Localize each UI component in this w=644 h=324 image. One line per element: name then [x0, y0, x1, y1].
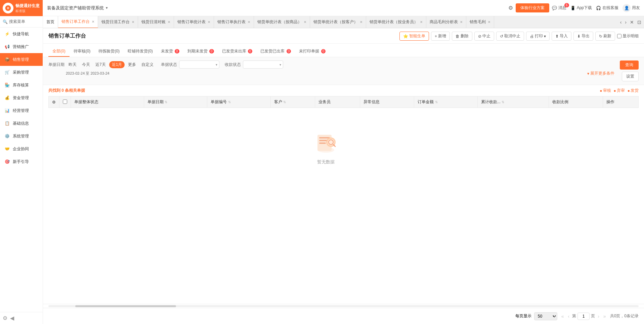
tab-prev-btn[interactable]: ‹	[619, 19, 623, 26]
tab-close-icon[interactable]: ✕	[208, 20, 210, 24]
filter-settings-btn[interactable]: 设置	[622, 72, 639, 81]
tab-sales-workbench[interactable]: 销售订单工作台 ✕	[58, 16, 98, 28]
experience-btn[interactable]: 体验行业方案	[516, 3, 549, 12]
sub-tab-not-printed[interactable]: 未打印单据 0	[295, 46, 330, 57]
th-staff: 业务员	[315, 96, 360, 108]
page-prev-btn[interactable]: ‹	[567, 313, 571, 320]
cancel-stop-btn[interactable]: ↺ 取消中止	[496, 32, 524, 41]
sidebar-item-marketing[interactable]: 📢 营销推广	[0, 40, 43, 53]
page-last-btn[interactable]: »	[602, 313, 607, 320]
query-btn[interactable]: 查询	[620, 60, 639, 70]
page-next-btn[interactable]: ›	[596, 313, 601, 320]
tab-close-icon[interactable]: ✕	[460, 20, 463, 24]
sidebar-search[interactable]: 🔍 搜索菜单	[0, 16, 43, 28]
tab-close-icon[interactable]: ✕	[248, 20, 250, 24]
ship-btn[interactable]: ● 发货	[628, 88, 639, 93]
tab-close-icon[interactable]: ✕	[92, 20, 94, 24]
sort-date-icon[interactable]: ⇅	[165, 100, 167, 104]
hscroll[interactable]	[43, 304, 644, 308]
tab-close-icon[interactable]: ✕	[420, 20, 423, 24]
date-btn-today[interactable]: 今天	[80, 61, 92, 68]
tab-gross-profit[interactable]: 商品毛利分析表 ✕	[426, 16, 466, 28]
tab-sales-exec[interactable]: 销售订单执行表 ✕	[214, 16, 254, 28]
delete-btn[interactable]: 🗑 删除	[452, 32, 472, 41]
sort-number-icon[interactable]: ⇅	[228, 100, 231, 104]
tab-close-icon[interactable]: ✕	[360, 20, 362, 24]
tab-cash-daily[interactable]: 钱货日清工作台 ✕	[98, 16, 138, 28]
date-btn-7days[interactable]: 近7天	[93, 61, 108, 68]
sidebar-item-guide[interactable]: 🎯 新手引导	[0, 155, 43, 168]
date-btn-yesterday[interactable]: 昨天	[67, 61, 79, 68]
export-btn[interactable]: ⬇ 导出	[573, 32, 593, 41]
sub-tab-overdue-not-shipped[interactable]: 到期未发货 0	[183, 46, 218, 57]
payment-select[interactable]	[243, 60, 283, 69]
sidebar-item-basic-info[interactable]: 📋 基础信息	[0, 117, 43, 130]
stop-btn[interactable]: ⊘ 中止	[474, 32, 494, 41]
sidebar-item-sales[interactable]: 📦 销售管理	[0, 53, 43, 66]
sub-tab-wangpu-ship[interactable]: 旺铺待发货(0)	[124, 46, 157, 57]
sort-amount-icon[interactable]: ⇅	[435, 100, 438, 104]
app-download-action[interactable]: 📱 App下载	[570, 5, 592, 11]
tab-close-icon[interactable]: ✕	[488, 20, 490, 24]
sort-customer-icon[interactable]: ⇅	[283, 100, 286, 104]
page-input[interactable]	[577, 313, 590, 320]
online-service-action[interactable]: 🎧 在线客服	[596, 5, 618, 11]
sub-tab-shipped-not-out[interactable]: 已发货未出库 0	[218, 46, 257, 57]
page-first-btn[interactable]: «	[560, 313, 565, 320]
user-action[interactable]: 👤 用友	[622, 4, 640, 12]
page-size-select[interactable]: 50 100 200	[534, 312, 557, 320]
sub-tab-shipped-out[interactable]: 已发货已出库 0	[256, 46, 295, 57]
tab-close-icon[interactable]: ✕	[168, 20, 170, 24]
tab-maximize-btn[interactable]: ⊡	[636, 19, 643, 26]
message-action[interactable]: 💬 消息 6	[552, 5, 566, 11]
tab-sales-stats[interactable]: 销售订单统计表 ✕	[174, 16, 214, 28]
date-btn-custom[interactable]: 自定义	[139, 61, 156, 68]
expand-more-btn[interactable]: ▾ 展开更多条件	[587, 71, 614, 76]
tab-home[interactable]: 首页	[43, 16, 58, 28]
status-select[interactable]	[179, 60, 219, 69]
th-settings[interactable]: ⚙	[49, 96, 59, 108]
show-detail-checkbox[interactable]	[617, 34, 621, 38]
hscroll-thumb[interactable]	[75, 305, 176, 307]
sort-received-icon[interactable]: ⇅	[502, 100, 504, 104]
topbar-gear[interactable]: ⚙	[508, 5, 513, 11]
payment-filter-group: 收款状态	[225, 60, 283, 69]
cancel-review-btn[interactable]: ● 弃审	[614, 88, 625, 93]
smart-btn[interactable]: ⭐ 智能生单	[399, 32, 429, 41]
review-btn[interactable]: ● 审核	[600, 88, 611, 93]
tab-sales-customer-stats[interactable]: 销货单统计表（按客户） ✕	[310, 16, 366, 28]
date-btn-more[interactable]: 更多	[126, 61, 138, 68]
sidebar-item-operations[interactable]: 📊 经营管理	[0, 104, 43, 117]
print-btn[interactable]: 🖨 打印 ▾	[526, 32, 550, 41]
show-detail-label[interactable]: 显示明细	[617, 33, 639, 39]
new-btn[interactable]: + 新增	[431, 32, 450, 41]
collapse-icon[interactable]: ◀	[10, 315, 14, 321]
import-btn[interactable]: ⬆ 导入	[552, 32, 571, 41]
sidebar-item-system[interactable]: ⚙️ 系统管理	[0, 130, 43, 143]
sub-tab-pending-review[interactable]: 待审核(0)	[70, 46, 95, 57]
tab-cash-reconcile[interactable]: 钱货日清对账 ✕	[138, 16, 174, 28]
th-checkbox[interactable]	[59, 96, 71, 108]
col-status-label: 单据整体状态	[74, 99, 98, 104]
sub-tab-pending-inspect[interactable]: 待拣验货(0)	[94, 46, 124, 57]
sidebar-item-finance[interactable]: 💰 资金管理	[0, 91, 43, 104]
tab-next-btn[interactable]: ›	[624, 19, 628, 26]
system-dropdown[interactable]: ▾	[106, 6, 108, 10]
tab-sales-profit[interactable]: 销售毛利 ✕	[466, 16, 494, 28]
select-all-checkbox[interactable]	[63, 99, 67, 104]
tab-close-icon[interactable]: ✕	[304, 20, 306, 24]
date-btn-1month[interactable]: 近1月	[109, 61, 125, 68]
shipped-out-badge: 0	[287, 49, 291, 53]
tab-close-all-btn[interactable]: ✕	[629, 19, 635, 26]
sidebar-item-quick-nav[interactable]: ⚡ 快捷导航	[0, 28, 43, 40]
sidebar-item-cooperation[interactable]: 🤝 企业协同	[0, 143, 43, 155]
tab-sales-staff-stats[interactable]: 销货单统计表（按业务员） ✕	[366, 16, 426, 28]
tab-sales-product-stats[interactable]: 销货单统计表（按商品） ✕	[254, 16, 310, 28]
refresh-btn[interactable]: ↻ 刷新	[595, 32, 615, 41]
tab-close-icon[interactable]: ✕	[132, 20, 134, 24]
settings-bottom-icon[interactable]: ⚙	[3, 315, 7, 321]
sub-tab-all[interactable]: 全部(0)	[48, 46, 70, 57]
sub-tab-not-shipped[interactable]: 未发货 0	[157, 46, 183, 57]
sidebar-item-purchase[interactable]: 🛒 采购管理	[0, 66, 43, 79]
sidebar-item-inventory[interactable]: 🏪 库存核算	[0, 79, 43, 91]
